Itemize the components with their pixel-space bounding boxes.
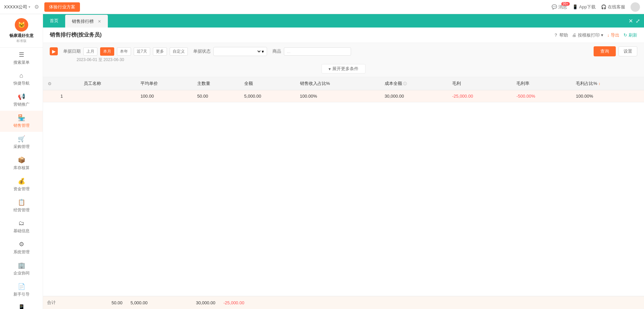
status-filter-label: 单据状态 xyxy=(193,48,211,54)
refresh-icon: ↻ xyxy=(624,33,627,38)
export-button[interactable]: ↓ 导出 xyxy=(607,32,620,38)
headset-icon: 🎧 xyxy=(601,4,606,9)
sidebar-item-purchase[interactable]: 🛒 采购管理 xyxy=(0,132,43,153)
col-settings[interactable]: ⚙ xyxy=(43,77,56,90)
topbar: XXXXX公司 ▾ ⚙ 体验行业方案 💬 消息 99+ 📱 App下载 🎧 在线… xyxy=(0,0,644,14)
table-footer: 合计 50.00 5,000.00 30,000.00 -25,000.00 xyxy=(43,296,644,309)
data-table: ⚙ 员工名称 平均单价 主数量 全额 销售收入占比% 成本全额 ⓘ 毛利 毛利率… xyxy=(43,77,644,102)
trial-button[interactable]: 体验行业方案 xyxy=(44,2,80,12)
sidebar-item-system[interactable]: ⚙ 系统管理 xyxy=(0,237,43,258)
col-amount: 全额 xyxy=(240,77,296,90)
tab-home-label: 首页 xyxy=(50,18,58,24)
sidebar-item-enterprise[interactable]: 🏢 企业协同 xyxy=(0,258,43,279)
apps-icon: 📱 xyxy=(18,304,25,309)
setting-button[interactable]: 设置 xyxy=(618,46,637,56)
online-label: 在线客服 xyxy=(608,4,625,10)
sidebar-item-finance[interactable]: 💰 资金管理 xyxy=(0,174,43,195)
filter-date-item: 单据日期 上月 本月 本年 近7天 更多 自定义 xyxy=(63,47,188,56)
table-container: ⚙ 员工名称 平均单价 主数量 全额 销售收入占比% 成本全额 ⓘ 毛利 毛利率… xyxy=(43,77,644,296)
col-sales-pct: 销售收入占比% xyxy=(296,77,381,90)
sidebar-item-guide[interactable]: 📄 新手引导 xyxy=(0,279,43,301)
date-btn-custom[interactable]: 自定义 xyxy=(170,47,188,56)
sidebar-item-operations[interactable]: 📋 经营管理 xyxy=(0,195,43,216)
query-button[interactable]: 查询 xyxy=(594,46,616,56)
logo-icon: 🐱 xyxy=(15,18,28,32)
col-profit-rate: 毛利率 xyxy=(512,77,572,90)
col-name: 员工名称 xyxy=(80,77,136,90)
message-badge: 99+ xyxy=(561,2,570,6)
date-btn-more[interactable]: 更多 xyxy=(153,47,167,56)
cell-sales-pct: 100.00% xyxy=(296,90,381,102)
message-button[interactable]: 💬 消息 99+ xyxy=(552,4,567,10)
finance-icon: 💰 xyxy=(18,177,25,185)
sidebar-label-marketing: 营销推广 xyxy=(13,102,30,107)
app-download-button[interactable]: 📱 App下载 xyxy=(572,4,596,10)
app-label: App下载 xyxy=(579,4,596,10)
cell-amount: 5,000.00 xyxy=(240,90,296,102)
help-label: 帮助 xyxy=(559,32,568,38)
table-row: 1 100.00 50.00 5,000.00 100.00% 30,000.0… xyxy=(43,90,644,102)
status-select[interactable] xyxy=(216,49,262,54)
footer-label: 合计 xyxy=(47,300,74,306)
refresh-button[interactable]: ↻ 刷新 xyxy=(624,32,637,38)
date-filter-label: 单据日期 xyxy=(63,48,81,54)
date-range-display: 2023-06-01 至 2023-06-30 xyxy=(50,56,637,63)
table-body: 1 100.00 50.00 5,000.00 100.00% 30,000.0… xyxy=(43,90,644,102)
sidebar-item-apps[interactable]: 📱 应用中心 xyxy=(0,301,43,309)
sidebar: 🐱 畅康通好生意 标准版 ☰ 搜索菜单 ⌂ 快捷导航 📢 营销推广 🏪 销售管理… xyxy=(0,14,43,309)
expand-more-btn[interactable]: ▾ 展开更多条件 xyxy=(321,64,366,73)
col-profit-pct: 毛利占比% ↕ xyxy=(572,77,644,90)
tab-close-icon[interactable]: ✕ xyxy=(98,19,101,24)
cell-profit-pct: 100.00% xyxy=(572,90,644,102)
date-btn-last-month[interactable]: 上月 xyxy=(83,47,97,56)
app-icon: 📱 xyxy=(572,4,578,9)
date-btn-this-year[interactable]: 本年 xyxy=(117,47,131,56)
help-button[interactable]: ？ 帮助 xyxy=(554,32,568,38)
col-profit: 毛利 xyxy=(448,77,512,90)
tab-sales-rank-label: 销售排行榜 xyxy=(72,18,94,24)
tabbar-right: ✕ ⤢ xyxy=(629,18,644,24)
goods-more-icon: ... xyxy=(287,49,291,54)
tabbar-close-icon[interactable]: ✕ xyxy=(629,18,633,24)
sidebar-item-sales[interactable]: 🏪 销售管理 xyxy=(0,111,43,132)
goods-input[interactable]: ... xyxy=(284,47,351,56)
enterprise-icon: 🏢 xyxy=(18,262,25,269)
sidebar-label-finance: 资金管理 xyxy=(13,186,30,192)
page: 销售排行榜(按业务员) ？ 帮助 🖨 按模板打印 ▾ ↓ 导出 xyxy=(43,28,644,309)
sidebar-item-search[interactable]: ☰ 搜索菜单 xyxy=(0,48,43,69)
filter-goods-item: 商品 ... xyxy=(272,47,351,56)
status-select-wrap[interactable]: ▾ xyxy=(213,47,267,56)
sidebar-item-marketing[interactable]: 📢 营销推广 xyxy=(0,90,43,111)
main-content: 首页 销售排行榜 ✕ ✕ ⤢ 销售排行榜(按业务员) ？ 帮助 xyxy=(43,14,644,309)
sidebar-item-basic[interactable]: 🗂 基础信息 xyxy=(0,216,43,237)
date-btn-this-month[interactable]: 本月 xyxy=(100,47,114,56)
user-avatar[interactable] xyxy=(631,2,640,12)
filter-bar: ▶ 单据日期 上月 本月 本年 近7天 更多 自定义 单据状态 xyxy=(43,43,644,77)
goods-filter-label: 商品 xyxy=(272,48,281,54)
cell-qty: 50.00 xyxy=(193,90,240,102)
sidebar-item-quick[interactable]: ⌂ 快捷导航 xyxy=(0,69,43,90)
row-settings xyxy=(43,90,56,102)
tab-sales-rank[interactable]: 销售排行榜 ✕ xyxy=(65,15,108,28)
online-service-button[interactable]: 🎧 在线客服 xyxy=(601,4,625,10)
cell-avg-price: 100.00 xyxy=(136,90,193,102)
company-selector[interactable]: XXXXX公司 ▾ xyxy=(4,4,30,10)
expand-label: 展开更多条件 xyxy=(332,66,358,72)
cost-info-icon[interactable]: ⓘ xyxy=(403,82,407,86)
message-icon: 💬 xyxy=(552,4,557,9)
profit-pct-sort-icon[interactable]: ↕ xyxy=(598,82,600,86)
topbar-right: 💬 消息 99+ 📱 App下载 🎧 在线客服 xyxy=(552,2,640,12)
filter-expand-arrow[interactable]: ▶ xyxy=(50,47,58,55)
topbar-settings-icon[interactable]: ⚙ xyxy=(34,4,39,10)
print-button[interactable]: 🖨 按模板打印 ▾ xyxy=(572,32,603,38)
tab-home[interactable]: 首页 xyxy=(43,14,65,28)
company-name: XXXXX公司 xyxy=(4,4,27,10)
page-header: 销售排行榜(按业务员) ？ 帮助 🖨 按模板打印 ▾ ↓ 导出 xyxy=(43,28,644,43)
footer-amount: 5,000.00 xyxy=(127,300,152,305)
tabbar-maximize-icon[interactable]: ⤢ xyxy=(636,18,640,24)
date-btn-7days[interactable]: 近7天 xyxy=(134,47,150,56)
main-layout: 🐱 畅康通好生意 标准版 ☰ 搜索菜单 ⌂ 快捷导航 📢 营销推广 🏪 销售管理… xyxy=(0,14,644,309)
sidebar-logo: 🐱 畅康通好生意 标准版 xyxy=(0,14,43,48)
logo-sub: 标准版 xyxy=(16,39,27,43)
sidebar-item-inventory[interactable]: 📦 库存核算 xyxy=(0,153,43,174)
